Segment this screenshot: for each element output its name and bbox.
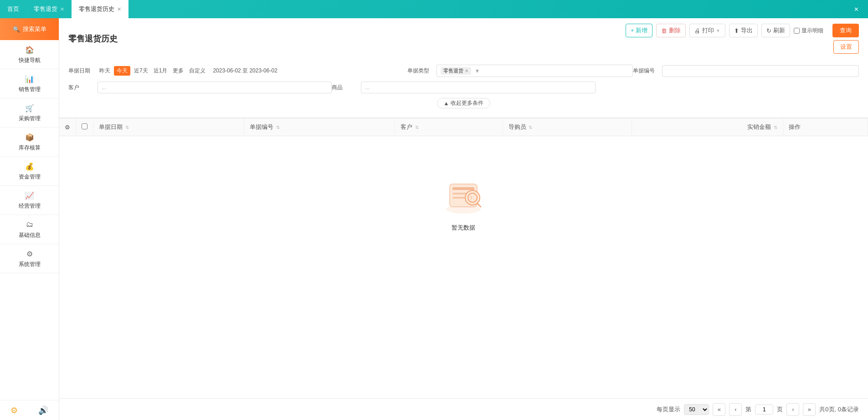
select-all-checkbox[interactable] bbox=[82, 123, 87, 129]
date-opt-custom[interactable]: 自定义 bbox=[187, 66, 207, 76]
col-number[interactable]: 单据编号 ⇅ bbox=[244, 118, 395, 136]
customer-filter: 客户 ... bbox=[68, 82, 332, 93]
table-body: ? 暂无数据 bbox=[59, 136, 868, 269]
type-tag-remove[interactable]: ✕ bbox=[465, 68, 468, 73]
query-button[interactable]: 查询 bbox=[832, 24, 859, 37]
tab-retail-return[interactable]: 零售退货 ✕ bbox=[26, 0, 72, 18]
prev-page-btn[interactable]: ‹ bbox=[729, 403, 742, 416]
refresh-icon: ↻ bbox=[766, 27, 771, 34]
svg-rect-3 bbox=[452, 193, 467, 195]
sidebar-search-label: 搜索菜单 bbox=[23, 25, 46, 33]
refresh-button[interactable]: ↻ 刷新 bbox=[761, 24, 790, 37]
sort-icon-number: ⇅ bbox=[276, 125, 280, 130]
first-page-btn[interactable]: « bbox=[713, 403, 725, 416]
sales-icon: 📊 bbox=[25, 74, 35, 84]
sidebar-bottom: ⚙ 🔊 bbox=[0, 400, 59, 420]
sidebar-item-operations[interactable]: 📈 经营管理 bbox=[0, 186, 59, 215]
date-filter: 单据日期 昨天 今天 近7天 近1月 更多 自定义 2023-06-02 至 2… bbox=[68, 66, 407, 76]
empty-state-icon: ? bbox=[441, 173, 486, 218]
tab-retail-return-close[interactable]: ✕ bbox=[60, 6, 64, 12]
date-opt-today[interactable]: 今天 bbox=[114, 66, 130, 76]
svg-line-7 bbox=[477, 203, 481, 207]
page-size-select[interactable]: 50 20 100 bbox=[684, 404, 709, 415]
tab-retail-return-history-close[interactable]: ✕ bbox=[117, 6, 121, 12]
sidebar-item-system[interactable]: ⚙ 系统管理 bbox=[0, 244, 59, 273]
basic-info-icon: 🗂 bbox=[25, 220, 35, 230]
sidebar-item-label-6: 基础信息 bbox=[19, 231, 41, 239]
svg-text:?: ? bbox=[470, 196, 473, 201]
tab-list: 首页 零售退货 ✕ 零售退货历史 ✕ bbox=[0, 0, 128, 18]
date-opt-1month[interactable]: 近1月 bbox=[152, 66, 169, 76]
tab-home[interactable]: 首页 bbox=[0, 0, 26, 18]
table-header-row: ⚙ 单据日期 ⇅ 单据编号 ⇅ bbox=[59, 118, 868, 136]
date-opt-yesterday[interactable]: 昨天 bbox=[98, 66, 112, 76]
col-settings[interactable]: ⚙ bbox=[59, 118, 76, 136]
svg-rect-2 bbox=[452, 187, 474, 190]
voucher-filter: 单据编号 bbox=[633, 65, 859, 77]
col-checkbox[interactable] bbox=[76, 118, 93, 136]
settings-col-icon: ⚙ bbox=[65, 124, 70, 131]
window-close-btn[interactable]: ✕ bbox=[854, 6, 868, 13]
page-title-row: 零售退货历史 + 新增 🗑 删除 🖨 打印 ▼ bbox=[68, 24, 859, 54]
empty-state-cell: ? 暂无数据 bbox=[59, 136, 868, 269]
audio-icon[interactable]: 🔊 bbox=[38, 405, 48, 415]
collapse-row: ▲ 收起更多条件 bbox=[68, 98, 859, 108]
sidebar-item-sales[interactable]: 📊 销售管理 bbox=[0, 69, 59, 98]
type-chevron-icon: ▼ bbox=[475, 68, 480, 74]
sort-icon-customer: ⇅ bbox=[415, 125, 419, 130]
operations-icon: 📈 bbox=[25, 190, 35, 200]
new-button[interactable]: + 新增 bbox=[626, 24, 652, 37]
data-table: ⚙ 单据日期 ⇅ 单据编号 ⇅ bbox=[59, 118, 868, 268]
page-number-input[interactable] bbox=[755, 405, 773, 415]
sidebar-item-inventory[interactable]: 📦 库存核算 bbox=[0, 128, 59, 157]
tab-retail-return-history-label: 零售退货历史 bbox=[79, 5, 114, 13]
print-button[interactable]: 🖨 打印 ▼ bbox=[689, 24, 725, 37]
sidebar-search[interactable]: 🔍 搜索菜单 bbox=[0, 18, 59, 40]
main-layout: 🔍 搜索菜单 🏠 快捷导航 📊 销售管理 🛒 采购管理 📦 库存核算 💰 资金管… bbox=[0, 18, 868, 420]
type-filter: 单据类型 零售退货 ✕ ▼ bbox=[407, 65, 633, 77]
top-bar: 首页 零售退货 ✕ 零售退货历史 ✕ ✕ bbox=[0, 0, 868, 18]
sidebar-item-purchase[interactable]: 🛒 采购管理 bbox=[0, 98, 59, 128]
sort-icon-amount: ⇅ bbox=[774, 125, 777, 130]
last-page-btn[interactable]: » bbox=[803, 403, 816, 416]
export-button[interactable]: ⬆ 导出 bbox=[729, 24, 758, 37]
show-detail-label: 显示明细 bbox=[801, 27, 823, 35]
delete-button[interactable]: 🗑 删除 bbox=[656, 24, 686, 37]
system-icon: ⚙ bbox=[25, 249, 35, 259]
col-date[interactable]: 单据日期 ⇅ bbox=[93, 118, 244, 136]
tab-retail-return-history[interactable]: 零售退货历史 ✕ bbox=[72, 0, 128, 18]
col-amount[interactable]: 实销金额 ⇅ bbox=[632, 118, 783, 136]
settings-bottom-icon[interactable]: ⚙ bbox=[10, 405, 18, 415]
date-filter-label: 单据日期 bbox=[68, 67, 94, 75]
inventory-icon: 📦 bbox=[25, 132, 35, 142]
sidebar-item-label-4: 资金管理 bbox=[19, 173, 41, 181]
col-customer-label: 客户 bbox=[401, 123, 412, 130]
empty-state-row: ? 暂无数据 bbox=[59, 136, 868, 269]
goods-select[interactable]: ... bbox=[361, 82, 595, 93]
col-customer[interactable]: 客户 ⇅ bbox=[395, 118, 503, 136]
date-opt-more[interactable]: 更多 bbox=[171, 66, 185, 76]
settings-button[interactable]: 设置 bbox=[833, 40, 859, 54]
sidebar-item-quick-nav[interactable]: 🏠 快捷导航 bbox=[0, 40, 59, 69]
type-filter-label: 单据类型 bbox=[407, 67, 433, 75]
goods-filter-label: 商品 bbox=[332, 84, 357, 92]
sidebar-item-finance[interactable]: 💰 资金管理 bbox=[0, 157, 59, 186]
col-guide[interactable]: 导购员 ⇅ bbox=[503, 118, 632, 136]
tab-home-label: 首页 bbox=[7, 5, 19, 13]
next-page-btn[interactable]: › bbox=[786, 403, 799, 416]
collapse-button[interactable]: ▲ 收起更多条件 bbox=[437, 98, 491, 108]
type-tag: 零售退货 ✕ bbox=[441, 67, 471, 75]
show-detail-checkbox-label[interactable]: 显示明细 bbox=[794, 27, 823, 35]
voucher-input[interactable] bbox=[662, 65, 859, 77]
voucher-filter-label: 单据编号 bbox=[633, 67, 658, 75]
print-icon: 🖨 bbox=[694, 27, 700, 34]
date-opt-7days[interactable]: 近7天 bbox=[132, 66, 150, 76]
sidebar: 🔍 搜索菜单 🏠 快捷导航 📊 销售管理 🛒 采购管理 📦 库存核算 💰 资金管… bbox=[0, 18, 59, 420]
show-detail-checkbox[interactable] bbox=[794, 28, 800, 34]
collapse-label: 收起更多条件 bbox=[451, 99, 483, 107]
type-tag-value: 零售退货 bbox=[443, 67, 463, 74]
type-select[interactable]: 零售退货 ✕ ▼ bbox=[437, 65, 633, 77]
page-header: 零售退货历史 + 新增 🗑 删除 🖨 打印 ▼ bbox=[59, 18, 868, 118]
customer-select[interactable]: ... bbox=[98, 82, 332, 93]
sidebar-item-basic-info[interactable]: 🗂 基础信息 bbox=[0, 215, 59, 244]
